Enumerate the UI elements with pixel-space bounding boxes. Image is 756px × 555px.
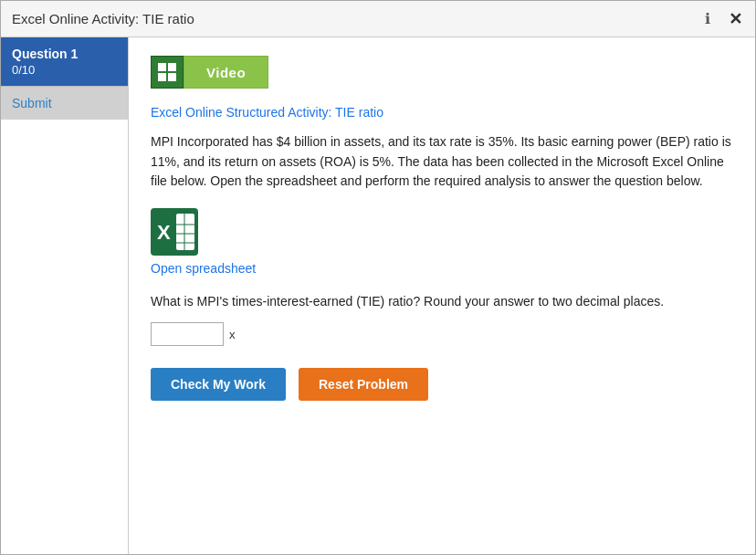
content-area: Video Excel Online Structured Activity: … xyxy=(129,37,755,555)
video-button[interactable]: Video xyxy=(184,56,268,89)
excel-svg: X xyxy=(151,208,198,256)
svg-text:X: X xyxy=(157,221,171,244)
body-text: MPI Incorporated has $4 billion in asset… xyxy=(151,132,733,192)
close-icon[interactable]: ✕ xyxy=(726,10,744,28)
svg-rect-5 xyxy=(176,214,194,250)
title-bar: Excel Online Activity: TIE ratio ℹ ✕ xyxy=(1,1,755,37)
submit-label: Submit xyxy=(12,96,52,110)
question-label: Question 1 xyxy=(12,47,117,61)
excel-wrap: X Open spreadsheet xyxy=(151,208,733,276)
window-title: Excel Online Activity: TIE ratio xyxy=(12,11,194,26)
info-icon[interactable]: ℹ xyxy=(698,10,717,28)
button-row: Check My Work Reset Problem xyxy=(151,368,733,401)
answer-input[interactable] xyxy=(151,322,224,346)
check-my-work-button[interactable]: Check My Work xyxy=(151,368,286,401)
excel-icon: X xyxy=(151,208,198,256)
svg-rect-3 xyxy=(168,73,176,81)
sidebar: Question 1 0/10 Submit xyxy=(1,37,129,555)
answer-unit: x xyxy=(229,328,236,341)
svg-rect-2 xyxy=(158,73,166,81)
open-spreadsheet-link[interactable]: Open spreadsheet xyxy=(151,261,256,276)
sidebar-item-submit[interactable]: Submit xyxy=(1,86,128,120)
svg-rect-0 xyxy=(158,63,166,71)
svg-rect-1 xyxy=(168,63,176,71)
video-button-wrap: Video xyxy=(151,56,733,89)
title-bar-icons: ℹ ✕ xyxy=(698,10,744,28)
answer-row: x xyxy=(151,322,733,346)
reset-problem-button[interactable]: Reset Problem xyxy=(299,368,428,401)
video-grid-icon xyxy=(156,61,178,83)
video-icon-box xyxy=(151,56,184,89)
section-title: Excel Online Structured Activity: TIE ra… xyxy=(151,105,733,120)
main-layout: Question 1 0/10 Submit Video Excel Onlin… xyxy=(1,37,755,555)
question-text: What is MPI's times-interest-earned (TIE… xyxy=(151,292,733,311)
sidebar-item-question1[interactable]: Question 1 0/10 xyxy=(1,37,128,86)
question-score: 0/10 xyxy=(12,63,117,77)
